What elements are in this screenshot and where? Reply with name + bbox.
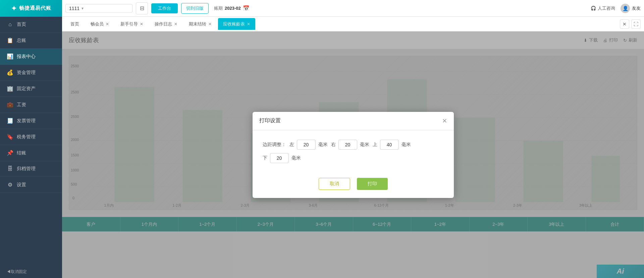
tab-label: 首页	[70, 21, 79, 27]
avatar: 👤	[621, 4, 630, 13]
tab-label: 操作日志	[155, 21, 172, 27]
tab-oplog[interactable]: 操作日志 ✕	[150, 18, 182, 30]
dropdown-icon: ▾	[82, 6, 84, 11]
print-confirm-button[interactable]: 打印	[357, 178, 388, 190]
sidebar-item-archive[interactable]: 🗄 归档管理	[0, 161, 62, 177]
modal-body: 边距调整： 左 毫米 右 毫米	[253, 130, 454, 172]
margin-right-input[interactable]	[338, 140, 357, 150]
sidebar-item-label: 归档管理	[17, 166, 36, 172]
tab-maximize-button[interactable]: ⛶	[631, 19, 641, 29]
sidebar-item-ledger[interactable]: 📋 总账	[0, 32, 62, 49]
tab-close-period-end[interactable]: ✕	[208, 22, 212, 26]
margin-form-row: 边距调整： 左 毫米 右 毫米	[263, 140, 444, 163]
tab-member[interactable]: 畅会员 ✕	[86, 18, 114, 30]
modal-overlay: 打印设置 ✕ 边距调整： 左 毫米 右	[62, 31, 644, 278]
margin-top-prefix: 上	[373, 142, 377, 148]
margin-left-group: 左 毫米	[289, 140, 328, 150]
modal-title: 打印设置	[259, 117, 281, 124]
cancel-button[interactable]: 取消	[319, 178, 350, 190]
workbench-button[interactable]: 工作台	[151, 3, 178, 13]
assets-icon: 🏢	[7, 85, 13, 92]
consultation-button[interactable]: 🎧 人工咨询	[591, 5, 615, 11]
tab-period-end[interactable]: 期末结转 ✕	[184, 18, 217, 30]
sidebar-item-label: 结账	[17, 150, 26, 156]
report-icon: 📊	[7, 53, 13, 60]
sidebar: ⌂ 首页 📋 总账 📊 报表中心 💰 资金管理 🏢 固定资产 💼 工资 🧾 发票…	[0, 17, 62, 278]
headset-icon: 🎧	[591, 6, 596, 11]
margin-bottom-unit: 毫米	[291, 155, 301, 161]
tab-label: 应收账龄表	[223, 21, 245, 27]
archive-nav-icon: 🗄	[7, 166, 13, 172]
close-all-icon: ✕	[623, 21, 627, 27]
user-avatar-icon: 👤	[623, 6, 628, 11]
home-icon: ⌂	[7, 21, 13, 27]
sidebar-item-label: 设置	[17, 182, 26, 188]
logo-text: 畅捷通易代账	[19, 5, 51, 11]
sidebar-item-invoice[interactable]: 🧾 发票管理	[0, 113, 62, 129]
tab-label: 畅会员	[91, 21, 104, 27]
margin-top-unit: 毫米	[401, 142, 411, 148]
user-info[interactable]: 👤 友友	[621, 4, 641, 13]
invoice-icon: 🧾	[7, 118, 13, 124]
tab-close-member[interactable]: ✕	[106, 22, 109, 26]
tab-label: 新手引导	[120, 21, 138, 27]
sidebar-item-salary[interactable]: 💼 工资	[0, 97, 62, 113]
sidebar-item-settings[interactable]: ⚙ 设置	[0, 177, 62, 193]
tab-close-oplog[interactable]: ✕	[174, 22, 177, 26]
modal-header: 打印设置 ✕	[253, 112, 454, 130]
modal-close-button[interactable]: ✕	[442, 117, 447, 125]
tab-close-ar-aging[interactable]: ✕	[247, 22, 250, 26]
settings-icon: ⚙	[7, 182, 13, 188]
sidebar-item-label: 总账	[17, 38, 26, 44]
margin-right-unit: 毫米	[360, 142, 369, 148]
consultation-label: 人工咨询	[598, 5, 615, 11]
maximize-icon: ⛶	[634, 21, 638, 27]
switch-version-button[interactable]: 切到旧版	[181, 3, 209, 14]
margin-bottom-prefix: 下	[263, 155, 267, 161]
sidebar-item-label: 固定资产	[17, 86, 36, 92]
calendar-icon[interactable]: 📅	[243, 5, 250, 11]
tab-label: 期末结转	[189, 21, 206, 27]
tab-ar-aging[interactable]: 应收账龄表 ✕	[218, 18, 255, 30]
margin-label: 边距调整：	[263, 142, 286, 148]
margin-top-input[interactable]	[380, 140, 399, 150]
sidebar-item-checkout[interactable]: 📌 结账	[0, 145, 62, 161]
margin-right-prefix: 右	[331, 142, 336, 148]
sidebar-item-label: 工资	[17, 102, 26, 108]
logo-area: ✦ 畅捷通易代账	[0, 0, 62, 17]
period-area: 账期 2023-02 📅	[214, 5, 250, 11]
tab-home[interactable]: 首页	[65, 18, 84, 30]
sidebar-item-label: 报表中心	[17, 54, 36, 60]
archive-icon: ⊟	[140, 5, 144, 11]
company-selector[interactable]: 1111 ▾	[65, 4, 132, 13]
tab-guide[interactable]: 新手引导 ✕	[115, 18, 148, 30]
sidebar-item-assets[interactable]: 🏢 固定资产	[0, 81, 62, 97]
logo-icon: ✦	[11, 4, 17, 12]
print-settings-modal: 打印设置 ✕ 边距调整： 左 毫米 右	[253, 112, 454, 198]
margin-left-unit: 毫米	[318, 142, 328, 148]
tax-icon: 🔖	[7, 134, 13, 140]
checkout-icon: 📌	[7, 150, 13, 156]
margin-bottom-group: 下 毫米	[263, 153, 301, 163]
sidebar-item-home[interactable]: ⌂ 首页	[0, 17, 62, 32]
company-name: 1111	[69, 6, 79, 11]
margin-left-prefix: 左	[289, 142, 294, 148]
margin-bottom-input[interactable]	[270, 153, 289, 163]
sidebar-item-fund[interactable]: 💰 资金管理	[0, 65, 62, 81]
salary-icon: 💼	[7, 101, 13, 108]
modal-footer: 取消 打印	[253, 172, 454, 198]
period-label: 账期	[214, 5, 223, 11]
sidebar-item-tax[interactable]: 🔖 税务管理	[0, 129, 62, 145]
sidebar-collapse-button[interactable]: ◀取消固定	[0, 266, 62, 278]
archive-button[interactable]: ⊟	[136, 2, 148, 14]
tab-bar: 首页 畅会员 ✕ 新手引导 ✕ 操作日志 ✕ 期末结转 ✕ 应收账龄表 ✕	[62, 17, 644, 31]
sidebar-item-label: 资金管理	[17, 70, 36, 76]
ledger-icon: 📋	[7, 37, 13, 44]
user-area: 🎧 人工咨询 👤 友友	[591, 4, 641, 13]
margin-top-group: 上 毫米	[373, 140, 411, 150]
margin-left-input[interactable]	[297, 140, 316, 150]
sidebar-item-report[interactable]: 📊 报表中心	[0, 49, 62, 65]
top-header: ✦ 畅捷通易代账 1111 ▾ ⊟ 工作台 切到旧版 账期 2023-02 📅 …	[0, 0, 644, 17]
tab-close-guide[interactable]: ✕	[140, 22, 143, 26]
tab-close-all-button[interactable]: ✕	[620, 19, 629, 29]
